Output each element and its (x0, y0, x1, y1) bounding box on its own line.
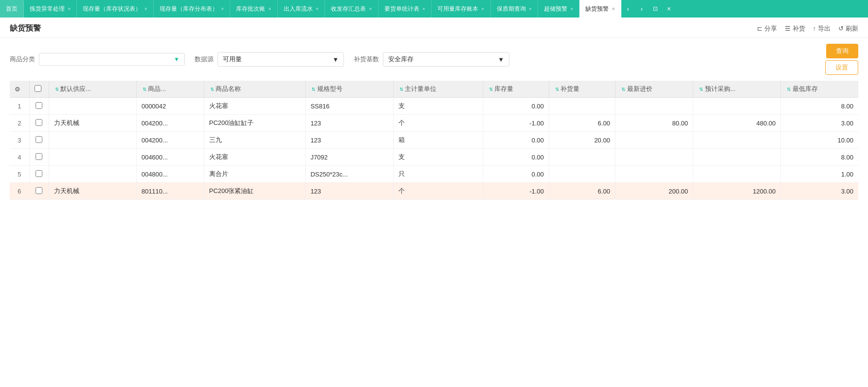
tab-requisition[interactable]: 要货单统计表 × (379, 0, 432, 18)
query-button[interactable]: 查询 (826, 44, 858, 58)
tab-inventory-status[interactable]: 现存量（库存状况表） × (77, 0, 153, 18)
tab-restore-btn[interactable]: ⊡ (649, 0, 662, 18)
cell-latest-price-1 (615, 98, 693, 115)
tab-shortage[interactable]: 缺货预警 × (579, 0, 621, 18)
cell-goods-name-5: 离合片 (204, 166, 305, 183)
cell-spec-1: SS816 (306, 98, 393, 115)
tab-next-btn[interactable]: › (635, 0, 649, 18)
cell-spec-4: J7092 (306, 149, 393, 166)
cell-goods-code-2: 004200... (136, 115, 204, 132)
tab-inventory-dist[interactable]: 现存量（库存分布表） × (154, 0, 230, 18)
cell-supplier-1 (49, 98, 136, 115)
table-container: ⚙ ⇅ 默认供应... ⇅ 商品... ⇅ 商品名称 (0, 81, 868, 200)
data-source-label: 数据源 (195, 55, 214, 64)
export-button[interactable]: ↑ 导出 (813, 24, 831, 33)
row-select-5[interactable] (36, 170, 42, 177)
tab-available-ledger[interactable]: 可用量库存账本 × (432, 0, 490, 18)
data-source-select[interactable]: 可用量 ▼ (217, 52, 344, 67)
th-checkbox[interactable] (29, 81, 49, 98)
replenish-basis-select[interactable]: 安全库存 ▼ (383, 52, 509, 67)
th-replenish: ⇅ 补货量 (549, 81, 615, 98)
cell-replenish-4 (549, 149, 615, 166)
cell-estimated-purchase-2: 480.00 (693, 115, 781, 132)
row-select-4[interactable] (36, 153, 42, 160)
tab-expiry[interactable]: 保质期查询 × (491, 0, 538, 18)
th-gear[interactable]: ⚙ (10, 81, 29, 98)
row-checkbox-5[interactable] (29, 166, 49, 183)
cell-latest-price-6: 200.00 (615, 183, 693, 200)
row-checkbox-3[interactable] (29, 132, 49, 149)
cell-unit-3: 箱 (393, 132, 483, 149)
refresh-button[interactable]: ↺ 刷新 (838, 24, 858, 33)
cell-spec-5: DS250*23c... (306, 166, 393, 183)
tab-close-picking[interactable]: × (68, 6, 71, 12)
tab-home[interactable]: 首页 (0, 0, 24, 18)
row-checkbox-6[interactable] (29, 183, 49, 200)
cell-supplier-6: 力天机械 (49, 183, 136, 200)
tab-close-requisition[interactable]: × (422, 6, 425, 12)
settings-button[interactable]: 设置 (825, 60, 858, 75)
share-button[interactable]: ⊏ 分享 (757, 24, 777, 33)
tab-close-flow[interactable]: × (316, 6, 319, 12)
tab-close-expiry[interactable]: × (529, 6, 532, 12)
row-num-5: 5 (10, 166, 29, 183)
th-default-supplier: ⇅ 默认供应... (49, 81, 136, 98)
cell-supplier-2: 力天机械 (49, 115, 136, 132)
share-icon: ⊏ (757, 25, 762, 32)
tab-overstock[interactable]: 超储预警 × (538, 0, 579, 18)
tab-close-available-ledger[interactable]: × (481, 6, 484, 12)
tab-close-inventory-status[interactable]: × (144, 6, 147, 12)
gear-icon: ⚙ (15, 86, 20, 93)
tab-close-all-btn[interactable]: × (662, 0, 676, 18)
row-select-2[interactable] (36, 119, 42, 126)
cell-goods-code-3: 004200... (136, 132, 204, 149)
tab-prev-btn[interactable]: ‹ (621, 0, 635, 18)
table-header-row: ⚙ ⇅ 默认供应... ⇅ 商品... ⇅ 商品名称 (10, 81, 858, 98)
row-checkbox-4[interactable] (29, 149, 49, 166)
row-num-4: 4 (10, 149, 29, 166)
tab-flow[interactable]: 出入库流水 × (278, 0, 325, 18)
tab-close-shortage[interactable]: × (612, 6, 615, 12)
cell-goods-name-4: 火花塞 (204, 149, 305, 166)
cell-replenish-3: 20.00 (549, 132, 615, 149)
th-min-stock: ⇅ 最低库存 (781, 81, 858, 98)
page-title: 缺货预警 (10, 23, 41, 34)
replenish-basis-label: 补货基数 (354, 55, 379, 64)
goods-category-select[interactable]: ▼ (39, 53, 185, 66)
tab-close-overstock[interactable]: × (570, 6, 573, 12)
th-estimated-purchase: ⇅ 预计采购... (693, 81, 781, 98)
data-table: ⚙ ⇅ 默认供应... ⇅ 商品... ⇅ 商品名称 (10, 81, 858, 200)
cell-min-stock-3: 10.00 (781, 132, 858, 149)
cell-stock-6: -1.00 (483, 183, 549, 200)
cell-estimated-purchase-5 (693, 166, 781, 183)
tab-close-summary[interactable]: × (369, 6, 372, 12)
tab-close-batch-account[interactable]: × (268, 6, 271, 12)
table-row: 4 004600... 火花塞 J7092 支 0.00 8.00 (10, 149, 858, 166)
tab-summary[interactable]: 收发存汇总表 × (325, 0, 378, 18)
cell-min-stock-2: 3.00 (781, 115, 858, 132)
row-select-3[interactable] (36, 136, 42, 143)
row-select-6[interactable] (36, 187, 42, 194)
select-all-checkbox[interactable] (35, 85, 41, 92)
sort-icon-unit: ⇅ (399, 87, 403, 92)
cell-spec-3: 123 (306, 132, 393, 149)
supplement-button[interactable]: ☰ 补货 (785, 24, 805, 33)
row-select-1[interactable] (36, 102, 42, 109)
filter-right: 查询 设置 (825, 44, 858, 75)
row-checkbox-2[interactable] (29, 115, 49, 132)
cell-stock-1: 0.00 (483, 98, 549, 115)
tab-picking[interactable]: 拣货异常处理 × (24, 0, 77, 18)
row-checkbox-1[interactable] (29, 98, 49, 115)
tab-close-inventory-dist[interactable]: × (221, 6, 224, 12)
cell-latest-price-3 (615, 132, 693, 149)
sort-icon-replenish: ⇅ (555, 87, 559, 92)
row-num-6: 6 (10, 183, 29, 200)
sort-icon-goods-name: ⇅ (210, 87, 214, 92)
replenish-basis-value: 安全库存 (388, 55, 414, 64)
main-content: 缺货预警 ⊏ 分享 ☰ 补货 ↑ 导出 ↺ 刷新 商品分类 (0, 18, 868, 387)
tab-batch-account[interactable]: 库存批次账 × (230, 0, 277, 18)
cell-supplier-3 (49, 132, 136, 149)
cell-estimated-purchase-3 (693, 132, 781, 149)
data-source-filter: 数据源 可用量 ▼ (195, 52, 344, 67)
data-source-value: 可用量 (223, 55, 242, 64)
